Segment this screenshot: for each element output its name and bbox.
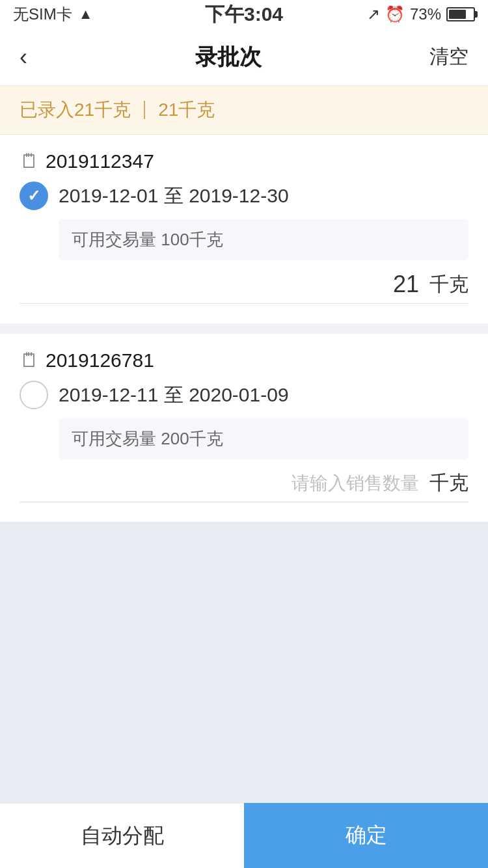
doc-icon-1: 🗒 — [20, 150, 39, 172]
recorded-amount: 已录入21千克 — [20, 98, 131, 122]
amount-value: 21千克 — [158, 98, 215, 122]
battery-icon — [446, 7, 475, 21]
batch-quantity-row-2: 请输入销售数量 千克 — [20, 470, 468, 502]
unit-2: 千克 — [429, 470, 468, 496]
info-divider — [144, 101, 145, 119]
clear-button[interactable]: 清空 — [429, 44, 468, 70]
bottom-bar: 自动分配 确定 — [0, 803, 488, 868]
batch-available-2: 可用交易量 200千克 — [59, 418, 468, 459]
unit-1: 千克 — [429, 271, 468, 298]
batch-date-1: 2019-12-01 至 2019-12-30 — [59, 183, 289, 210]
confirm-button[interactable]: 确定 — [244, 803, 488, 868]
nav-bar: ‹ 录批次 清空 — [0, 29, 488, 86]
auto-distribute-button[interactable]: 自动分配 — [0, 803, 244, 868]
content-area: 已录入21千克 21千克 🗒 2019112347 ✓ 2019-12-01 至… — [0, 86, 488, 834]
radio-1[interactable]: ✓ — [20, 182, 48, 210]
batch-row-2[interactable]: 2019-12-11 至 2020-01-09 — [20, 381, 468, 409]
page-title: 录批次 — [195, 42, 262, 72]
empty-area — [0, 522, 488, 834]
status-bar: 无SIM卡 ▲ 下午3:04 ↗ ⏰ 73% — [0, 0, 488, 29]
batch-id-1: 2019112347 — [46, 150, 154, 172]
gps-icon: ↗ — [367, 5, 380, 23]
batch-header-2: 🗒 2019126781 — [20, 349, 468, 372]
wifi-icon: ▲ — [79, 6, 93, 23]
status-right: ↗ ⏰ 73% — [367, 5, 475, 23]
status-left: 无SIM卡 ▲ — [13, 4, 92, 25]
batch-id-2: 2019126781 — [46, 349, 154, 372]
batch-quantity-row-1: 千克 — [20, 271, 468, 304]
carrier-text: 无SIM卡 — [13, 4, 72, 25]
batch-available-1: 可用交易量 100千克 — [59, 219, 468, 260]
quantity-placeholder-2: 请输入销售数量 — [20, 471, 419, 496]
batch-item-1: 🗒 2019112347 ✓ 2019-12-01 至 2019-12-30 可… — [0, 135, 488, 323]
batch-row-1[interactable]: ✓ 2019-12-01 至 2019-12-30 — [20, 182, 468, 210]
back-button[interactable]: ‹ — [20, 44, 27, 71]
alarm-icon: ⏰ — [385, 5, 405, 23]
info-banner: 已录入21千克 21千克 — [0, 86, 488, 135]
batch-header-1: 🗒 2019112347 — [20, 150, 468, 172]
battery-percent: 73% — [410, 5, 441, 23]
batch-item-2: 🗒 2019126781 2019-12-11 至 2020-01-09 可用交… — [0, 334, 488, 522]
check-mark-1: ✓ — [27, 187, 40, 205]
doc-icon-2: 🗒 — [20, 349, 39, 372]
quantity-input-1[interactable] — [289, 271, 419, 298]
status-time: 下午3:04 — [205, 1, 283, 28]
radio-2[interactable] — [20, 381, 48, 409]
batch-date-2: 2019-12-11 至 2020-01-09 — [59, 382, 289, 409]
